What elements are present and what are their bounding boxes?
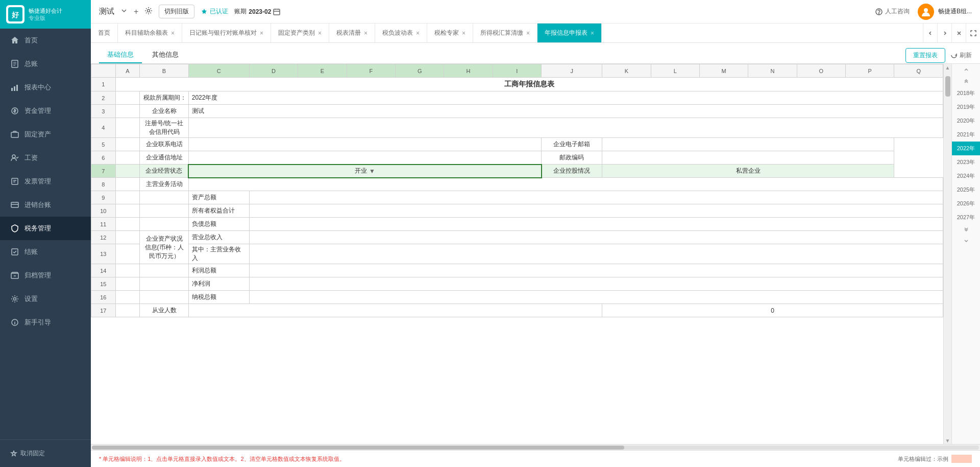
cell-14-C[interactable]: 利润总额 xyxy=(188,264,249,277)
sidebar-item-archive[interactable]: 归档管理 xyxy=(0,264,91,287)
cell-3-A[interactable] xyxy=(115,105,140,118)
cell-5-A[interactable] xyxy=(115,138,140,151)
cell-17-A[interactable] xyxy=(115,304,140,317)
year-2021[interactable]: 2021年 xyxy=(952,128,980,142)
sidebar-item-home[interactable]: 首页 xyxy=(0,29,91,52)
topbar-dropdown-btn[interactable] xyxy=(120,7,128,16)
cell-6-A[interactable] xyxy=(115,151,140,165)
tab-close-tax-expert[interactable]: × xyxy=(462,30,465,37)
cell-12-B-merged[interactable]: 企业资产状况信息(币种：人民币万元） xyxy=(140,231,188,264)
tab-close-tax-clearance[interactable]: × xyxy=(364,30,368,37)
tab-close-tax-fluctuation[interactable]: × xyxy=(416,30,420,37)
scroll-down-btn[interactable]: ▼ xyxy=(944,437,951,444)
cell-12-C[interactable]: 营业总收入 xyxy=(188,231,249,244)
reset-report-btn[interactable]: 重置报表 xyxy=(905,48,945,63)
cell-4-B[interactable]: 注册号/统一社会信用代码 xyxy=(140,118,188,138)
cell-17-C[interactable] xyxy=(188,304,602,317)
sidebar-item-invoice[interactable]: 发票管理 xyxy=(0,170,91,193)
year-2024[interactable]: 2024年 xyxy=(952,169,980,183)
cell-12-D[interactable] xyxy=(249,231,943,244)
cell-8-A[interactable] xyxy=(115,178,140,191)
tab-close-journal-bank[interactable]: × xyxy=(260,30,263,37)
unfix-button[interactable]: 取消固定 xyxy=(10,445,81,462)
refresh-btn[interactable]: 刷新 xyxy=(950,51,972,60)
tab-tax-clearance[interactable]: 税表清册 × xyxy=(329,24,375,43)
tab-journal-bank[interactable]: 日记账与银行对账单核对 × xyxy=(182,24,271,43)
cell-10-D[interactable] xyxy=(249,204,943,218)
cell-6-J[interactable]: 邮政编码 xyxy=(542,151,602,165)
cell-12-A[interactable] xyxy=(115,231,140,244)
cell-16-C[interactable]: 纳税总额 xyxy=(188,291,249,304)
cell-9-A[interactable] xyxy=(115,191,140,204)
tab-home[interactable]: 首页 xyxy=(91,24,118,43)
sidebar-item-assets[interactable]: 固定资产 xyxy=(0,123,91,146)
cell-8-B[interactable]: 主营业务活动 xyxy=(140,178,188,191)
tab-close-income-tax[interactable]: × xyxy=(526,30,530,37)
cell-2-C[interactable]: 2022年度 xyxy=(188,91,943,105)
cell-15-C[interactable]: 净利润 xyxy=(188,277,249,291)
year-scroll-down2-btn[interactable] xyxy=(958,224,974,236)
sidebar-item-settings[interactable]: 设置 xyxy=(0,287,91,311)
cell-5-B[interactable]: 企业联系电话 xyxy=(140,138,188,151)
cell-7-A[interactable] xyxy=(115,165,140,178)
cell-11-D[interactable] xyxy=(249,218,943,231)
tab-close-aux-balance[interactable]: × xyxy=(171,30,175,37)
cell-17-B[interactable]: 从业人数 xyxy=(140,304,188,317)
year-2018[interactable]: 2018年 xyxy=(952,86,980,100)
cell-17-J[interactable]: 0 xyxy=(602,304,943,317)
sidebar-item-funds[interactable]: 资金管理 xyxy=(0,99,91,123)
tab-aux-balance[interactable]: 科目辅助余额表 × xyxy=(118,24,182,43)
spreadsheet-main[interactable]: A B C D E F G H I J xyxy=(91,64,943,444)
vertical-scrollbar[interactable]: ▲ ▼ xyxy=(943,64,951,444)
cell-15-B[interactable] xyxy=(140,277,188,291)
cell-7-K[interactable]: 私营企业 xyxy=(602,165,894,178)
sub-tab-basic[interactable]: 基础信息 xyxy=(99,47,142,63)
cell-16-A[interactable] xyxy=(115,291,140,304)
cell-13-A[interactable] xyxy=(115,244,140,264)
cell-4-A[interactable] xyxy=(115,118,140,138)
cell-6-C[interactable] xyxy=(188,151,541,165)
cell-14-D[interactable] xyxy=(249,264,943,277)
switch-to-old-btn[interactable]: 切到旧版 xyxy=(159,5,194,18)
year-2020[interactable]: 2020年 xyxy=(952,114,980,128)
cell-11-A[interactable] xyxy=(115,218,140,231)
year-2023[interactable]: 2023年 xyxy=(952,155,980,169)
cell-8-C[interactable] xyxy=(188,178,943,191)
cell-2-A[interactable] xyxy=(115,91,140,105)
topbar-settings-btn[interactable] xyxy=(144,7,153,16)
sidebar-item-payroll[interactable]: 工资 xyxy=(0,146,91,170)
year-2025[interactable]: 2025年 xyxy=(952,183,980,197)
cell-16-B[interactable] xyxy=(140,291,188,304)
year-scroll-up-btn[interactable] xyxy=(958,64,974,75)
cell-3-C[interactable]: 测试 xyxy=(188,105,943,118)
cell-7-B[interactable]: 企业经营状态 xyxy=(140,165,188,178)
cell-13-C[interactable]: 其中：主营业务收入 xyxy=(188,244,249,264)
cell-4-C[interactable] xyxy=(188,118,943,138)
topbar-add-btn[interactable]: + xyxy=(134,7,138,16)
cell-11-C[interactable]: 负债总额 xyxy=(188,218,249,231)
cell-9-C[interactable]: 资产总额 xyxy=(188,191,249,204)
cell-10-A[interactable] xyxy=(115,204,140,218)
cell-6-K[interactable] xyxy=(602,151,894,165)
year-2026[interactable]: 2026年 xyxy=(952,197,980,211)
year-scroll-down-btn[interactable] xyxy=(958,236,974,247)
tab-tax-fluctuation[interactable]: 税负波动表 × xyxy=(375,24,427,43)
cell-13-D[interactable] xyxy=(249,244,943,264)
cell-9-B[interactable] xyxy=(140,191,188,204)
sidebar-item-guide[interactable]: 新手引导 xyxy=(0,311,91,334)
year-2019[interactable]: 2019年 xyxy=(952,100,980,114)
cell-10-C[interactable]: 所有者权益合计 xyxy=(188,204,249,218)
sidebar-item-closing[interactable]: 结账 xyxy=(0,240,91,264)
tab-expand-btn[interactable] xyxy=(966,24,980,43)
tab-prev-btn[interactable] xyxy=(923,24,937,43)
consult-btn[interactable]: 人工咨询 xyxy=(875,7,910,16)
year-2022[interactable]: 2022年 xyxy=(952,142,980,155)
user-menu[interactable]: 畅捷通B组... xyxy=(918,4,972,20)
sidebar-item-reports[interactable]: 报表中心 xyxy=(0,76,91,99)
year-scroll-up2-btn[interactable] xyxy=(958,75,974,86)
cell-16-D[interactable] xyxy=(249,291,943,304)
tab-tax-expert[interactable]: 税检专家 × xyxy=(427,24,473,43)
cell-14-A[interactable] xyxy=(115,264,140,277)
h-scrollbar-thumb[interactable] xyxy=(92,446,624,450)
cell-11-B[interactable] xyxy=(140,218,188,231)
